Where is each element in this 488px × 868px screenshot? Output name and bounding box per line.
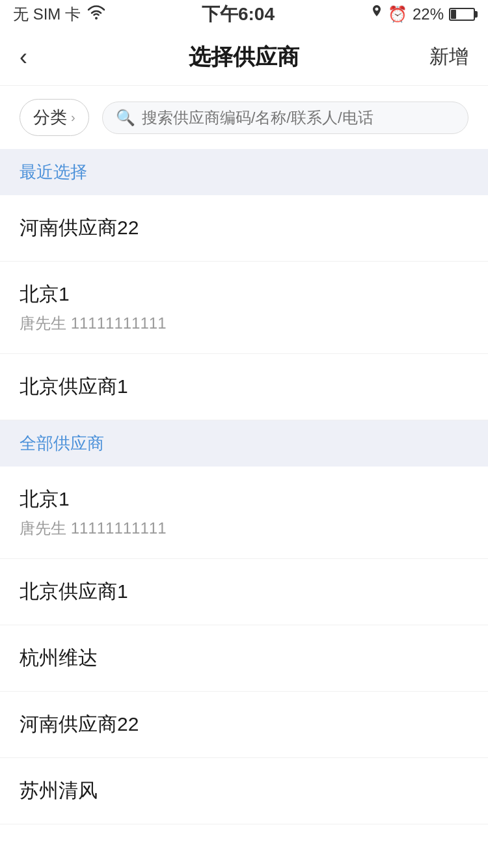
item-name: 北京1 [20, 281, 468, 308]
list-item[interactable]: 北京1唐先生 11111111111 [0, 467, 488, 559]
item-sub: 唐先生 11111111111 [20, 518, 468, 539]
recent-section-label: 最近选择 [20, 162, 87, 182]
filter-bar: 分类 › 🔍 [0, 86, 488, 149]
all-section-header: 全部供应商 [0, 420, 488, 467]
battery-icon [449, 8, 475, 21]
item-sub: 唐先生 11111111111 [20, 313, 468, 334]
alarm-icon: ⏰ [388, 5, 407, 23]
status-bar: 无 SIM 卡 下午6:04 ⏰ 22% [0, 0, 488, 29]
search-input[interactable] [142, 109, 455, 127]
item-name: 河南供应商22 [20, 711, 468, 738]
location-icon [371, 5, 383, 23]
search-box[interactable]: 🔍 [102, 102, 468, 134]
list-item[interactable]: 杭州维达 [0, 625, 488, 692]
list-item[interactable]: 河南供应商22 [0, 692, 488, 758]
list-item[interactable]: 苏州清风 [0, 758, 488, 824]
list-item[interactable]: 北京供应商1 [0, 559, 488, 625]
category-button[interactable]: 分类 › [20, 99, 89, 136]
all-section-label: 全部供应商 [20, 433, 104, 453]
status-left: 无 SIM 卡 [13, 4, 105, 25]
recent-section-header: 最近选择 [0, 149, 488, 195]
item-name: 苏州清风 [20, 778, 468, 804]
sim-status: 无 SIM 卡 [13, 4, 81, 25]
wifi-icon [87, 5, 105, 23]
all-list: 北京1唐先生 11111111111北京供应商1杭州维达河南供应商22苏州清风 [0, 467, 488, 824]
list-item[interactable]: 北京1唐先生 11111111111 [0, 262, 488, 354]
item-name: 北京1 [20, 486, 468, 513]
back-button[interactable]: ‹ [20, 44, 59, 71]
chevron-right-icon: › [71, 110, 75, 125]
search-icon: 🔍 [116, 109, 135, 127]
recent-list: 河南供应商22北京1唐先生 11111111111北京供应商1 [0, 195, 488, 420]
list-item[interactable]: 北京供应商1 [0, 354, 488, 420]
status-time: 下午6:04 [202, 2, 275, 27]
add-button[interactable]: 新增 [429, 44, 468, 70]
nav-bar: ‹ 选择供应商 新增 [0, 29, 488, 86]
item-name: 北京供应商1 [20, 578, 468, 605]
item-name: 北京供应商1 [20, 373, 468, 400]
item-name: 杭州维达 [20, 645, 468, 671]
list-item[interactable]: 河南供应商22 [0, 195, 488, 262]
battery-percent: 22% [413, 5, 444, 23]
status-right: ⏰ 22% [371, 5, 475, 23]
page-title: 选择供应商 [189, 42, 299, 72]
category-label: 分类 [33, 106, 67, 129]
item-name: 河南供应商22 [20, 215, 468, 241]
